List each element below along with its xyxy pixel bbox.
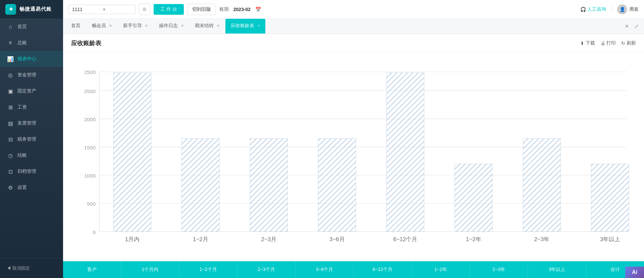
download-label: 下载 [586, 40, 595, 46]
bar-month12 [182, 139, 219, 232]
sidebar-item-settings[interactable]: ⚙ 设置 [0, 180, 63, 196]
sidebar-item-salary[interactable]: ⊞ 工资 [0, 99, 63, 115]
bar-month612 [386, 73, 424, 231]
service-button[interactable]: 🎧 人工咨询 [580, 6, 606, 12]
sidebar-item-reports[interactable]: 📊 报表中心 [0, 51, 63, 67]
bar-month36 [318, 139, 356, 232]
tab-label-log: 操作日志 [159, 23, 178, 29]
sidebar-logo: ✦ 畅捷通易代账 [0, 0, 63, 19]
svg-text:1000: 1000 [84, 173, 96, 179]
table-header: 客户1个月内1~2个月2~3个月3~6个月6~12个月1~2年2~3年3年以上合… [63, 261, 644, 278]
bar-year12 [455, 164, 492, 231]
bar-chart: 0 500 1000 1500 2000 2500 2500 1月内 [71, 57, 636, 256]
workbench-button[interactable]: 工 作 台 [154, 4, 184, 15]
download-icon: ⬇ [580, 41, 584, 46]
logo-icon: ✦ [5, 4, 16, 15]
switch-old-button[interactable]: 切到旧版 [187, 4, 216, 15]
svg-text:3年以上: 3年以上 [600, 236, 620, 242]
sidebar-item-ledger[interactable]: ≡ 总账 [0, 35, 63, 51]
tab-guide[interactable]: 新手引导× [118, 19, 153, 33]
logo-text: 畅捷通易代账 [19, 6, 52, 12]
ai-badge[interactable]: Ai [625, 267, 644, 278]
user-avatar: 👤 [617, 4, 627, 14]
sidebar-item-invoice[interactable]: ▤ 发票管理 [0, 115, 63, 131]
svg-text:6~12个月: 6~12个月 [393, 236, 417, 242]
sidebar-label-settings: 设置 [17, 185, 27, 191]
sidebar-label-close: 结账 [17, 152, 27, 158]
th-year3plus: 3年以上 [528, 261, 586, 278]
sidebar-icon-assets: ▣ [7, 87, 14, 95]
sidebar-icon-archive: ⊡ [7, 168, 14, 175]
tab-close-aging[interactable]: × [258, 23, 260, 28]
company-selector[interactable]: 1111 ▾ [68, 5, 136, 14]
company-name: 1111 [72, 7, 101, 12]
tabs-container: 首页畅会员×新手引导×操作日志×期末结转×应收账龄表× [66, 19, 265, 33]
page-header: 应收账龄表 ⬇ 下载 🖨 打印 ↻ 刷新 [63, 34, 644, 52]
tab-log[interactable]: 操作日志× [154, 19, 189, 33]
sidebar-icon-ledger: ≡ [7, 39, 14, 47]
sidebar-item-close[interactable]: ◷ 结账 [0, 147, 63, 163]
sidebar-label-home: 首页 [17, 24, 27, 30]
refresh-button[interactable]: ↻ 刷新 [621, 40, 636, 46]
sidebar-collapse-btn[interactable]: ◀ 取消固定 [0, 262, 63, 275]
sidebar: ✦ 畅捷通易代账 ⌂ 首页 ≡ 总账 📊 报表中心 ◎ 资金管理 ▣ 固定资产 … [0, 0, 63, 278]
sidebar-item-assets[interactable]: ▣ 固定资产 [0, 83, 63, 99]
tab-vip[interactable]: 畅会员× [87, 19, 117, 33]
topbar-copy-icon[interactable]: ⎘ [139, 4, 150, 15]
period-label: 账期 [219, 6, 229, 12]
user-info[interactable]: 👤 用友 [617, 4, 639, 14]
tab-close-vip[interactable]: × [109, 23, 112, 28]
tab-close-period-close[interactable]: × [217, 23, 219, 28]
sidebar-item-tax[interactable]: ⊟ 税务管理 [0, 131, 63, 147]
svg-text:2000: 2000 [84, 117, 96, 122]
sidebar-label-salary: 工资 [17, 104, 27, 110]
tab-label-aging: 应收账龄表 [231, 23, 254, 29]
th-year12: 1~2年 [412, 261, 470, 278]
company-chevron-icon: ▾ [103, 7, 132, 12]
close-tab-icon[interactable]: ✕ [623, 23, 630, 29]
expand-tab-icon[interactable]: ⤢ [633, 23, 640, 29]
chart-container: 0 500 1000 1500 2000 2500 2500 1月内 [63, 52, 644, 261]
tabbar: 首页畅会员×新手引导×操作日志×期末结转×应收账龄表× ✕ ⤢ [63, 19, 644, 34]
th-year23: 2~3年 [470, 261, 528, 278]
tab-aging[interactable]: 应收账龄表× [225, 19, 265, 33]
print-button[interactable]: 🖨 打印 [600, 40, 616, 46]
sidebar-icon-funds: ◎ [7, 71, 14, 79]
refresh-label: 刷新 [627, 40, 636, 46]
refresh-icon: ↻ [621, 41, 625, 46]
header-actions: ⬇ 下载 🖨 打印 ↻ 刷新 [580, 40, 636, 46]
download-button[interactable]: ⬇ 下载 [580, 40, 595, 46]
svg-text:2500: 2500 [84, 88, 96, 94]
sidebar-item-home[interactable]: ⌂ 首页 [0, 19, 63, 35]
svg-text:1月内: 1月内 [125, 236, 140, 242]
tab-close-guide[interactable]: × [145, 23, 148, 28]
user-name: 用友 [629, 6, 639, 12]
th-month23: 2~3个月 [237, 261, 296, 278]
bar-month1 [113, 73, 151, 231]
service-label: 人工咨询 [587, 6, 606, 12]
svg-text:1~2月: 1~2月 [193, 236, 208, 242]
sidebar-label-assets: 固定资产 [17, 88, 36, 94]
sidebar-icon-settings: ⚙ [7, 184, 14, 191]
svg-text:2~3年: 2~3年 [534, 236, 550, 242]
page-title: 应收账龄表 [71, 39, 101, 47]
sidebar-label-archive: 归档管理 [17, 168, 36, 175]
sidebar-icon-close: ◷ [7, 152, 14, 159]
th-customer: 客户 [63, 261, 121, 278]
tab-home[interactable]: 首页 [66, 19, 86, 33]
main-area: 1111 ▾ ⎘ 工 作 台 切到旧版 账期 2023-02 📅 🎧 人工咨询 … [63, 0, 644, 278]
bar-month23 [250, 139, 287, 232]
sidebar-item-funds[interactable]: ◎ 资金管理 [0, 67, 63, 83]
sidebar-item-archive[interactable]: ⊡ 归档管理 [0, 163, 63, 180]
collapse-label: ◀ 取消固定 [7, 265, 30, 271]
sidebar-icon-home: ⌂ [7, 23, 14, 30]
sidebar-icon-tax: ⊟ [7, 136, 14, 143]
tab-period-close[interactable]: 期末结转× [190, 19, 225, 33]
sidebar-label-ledger: 总账 [17, 40, 27, 46]
bar-year23 [523, 139, 560, 232]
sidebar-label-tax: 税务管理 [17, 136, 36, 142]
calendar-icon[interactable]: 📅 [255, 7, 261, 12]
topbar-divider [611, 6, 612, 13]
topbar-right: 🎧 人工咨询 👤 用友 [580, 4, 639, 14]
tab-close-log[interactable]: × [181, 23, 183, 28]
